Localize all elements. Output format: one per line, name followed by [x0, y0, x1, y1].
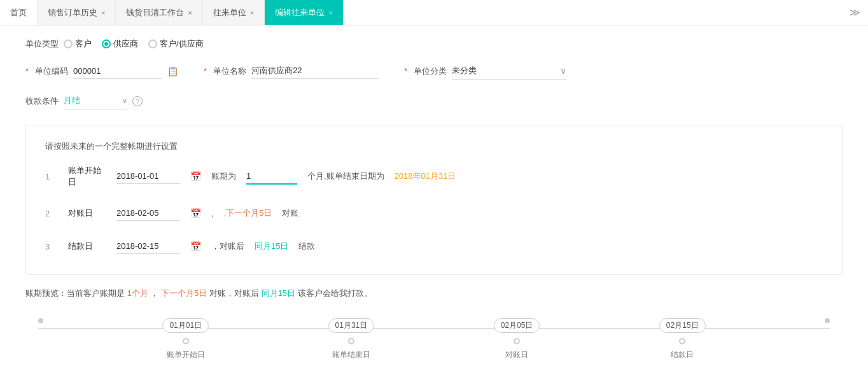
period-suffix-comma-2: , — [211, 209, 214, 218]
period-suffix-before-1: 账期为 — [211, 171, 236, 182]
period-end-date-highlight: 2018年01月31日 — [395, 171, 456, 182]
timeline: 01月01日 账单开始日 01月31日 账单结束日 02月05日 对账日 02月… — [25, 312, 843, 367]
period-highlight-2: ,下一个月5日 — [224, 208, 272, 219]
period-row-1: 1 账单开始日 📅 账期为 个月,账单结束日期为 2018年01月31日 — [45, 165, 823, 188]
code-name-category-row: * 单位编码 📋 * 单位名称 * 单位分类 未分类 ∨ — [25, 62, 843, 80]
tab-edit-partner-close[interactable]: × — [328, 9, 332, 17]
timeline-label-4: 结款日 — [671, 349, 694, 360]
preview-section: 账期预览：当前客户账期是 1个月 ， 下一个月5日 对账，对账后 同月15日 该… — [25, 288, 843, 299]
radio-customer[interactable]: 客户 — [64, 38, 92, 50]
timeline-nodes: 01月01日 账单开始日 01月31日 账单结束日 02月05日 对账日 02月… — [38, 318, 830, 360]
period-date-input-2[interactable] — [116, 206, 180, 221]
tab-edit-partner[interactable]: 编辑往来单位 × — [265, 0, 343, 25]
tab-partners-close[interactable]: × — [250, 9, 254, 17]
period-date-input-3[interactable] — [116, 239, 180, 254]
tab-expand-button[interactable]: ≫ — [842, 0, 868, 25]
name-group: * 单位名称 — [204, 64, 379, 79]
radio-both-label: 客户/供应商 — [160, 38, 204, 50]
radio-both-circle — [148, 39, 157, 48]
period-num-2: 2 — [45, 209, 58, 218]
radio-supplier[interactable]: 供应商 — [102, 38, 138, 50]
timeline-badge-4: 02月15日 — [659, 318, 706, 333]
category-chevron-icon: ∨ — [560, 66, 566, 76]
period-suffix-after-3a: ，对账后 — [211, 241, 244, 252]
period-date-input-1[interactable] — [116, 169, 180, 184]
expand-icon: ≫ — [850, 6, 860, 18]
period-suffix-2: 对账 — [282, 208, 298, 219]
timeline-node-4: 02月15日 结款日 — [659, 318, 706, 360]
payment-row: 收款条件 月结 ∨ ? — [25, 92, 843, 109]
tab-partners-label: 往来单位 — [213, 7, 246, 18]
tab-bar: 首页 销售订单历史 × 钱货日清工作台 × 往来单位 × 编辑往来单位 × ≫ — [0, 0, 868, 25]
preview-part2-sep: 对账，对账后 — [209, 288, 259, 298]
name-required-star: * — [204, 66, 207, 76]
tab-home[interactable]: 首页 — [0, 0, 38, 25]
unit-type-label: 单位类型 — [25, 38, 59, 50]
tab-sales-history[interactable]: 销售订单历史 × — [38, 0, 116, 25]
code-required-star: * — [25, 66, 29, 76]
tab-cash-work-label: 钱货日清工作台 — [126, 7, 184, 18]
period-card-title: 请按照未来的一个完整帐期进行设置 — [45, 141, 823, 152]
timeline-end-dot — [825, 318, 830, 323]
period-num-1: 1 — [45, 172, 58, 181]
timeline-dot-4 — [679, 338, 685, 344]
timeline-node-1: 01月01日 账单开始日 — [162, 318, 209, 360]
timeline-badge-3: 02月05日 — [494, 318, 540, 333]
tab-edit-partner-label: 编辑往来单位 — [275, 7, 325, 18]
preview-part3: 同月15日 — [262, 288, 295, 298]
category-value: 未分类 — [452, 65, 560, 76]
timeline-start-cap — [38, 318, 43, 360]
period-num-3: 3 — [45, 242, 58, 251]
timeline-badge-2: 01月31日 — [328, 318, 375, 333]
period-cal-icon-3[interactable]: 📅 — [190, 241, 201, 251]
category-group: * 单位分类 未分类 ∨ — [404, 62, 566, 80]
code-copy-icon[interactable]: 📋 — [167, 66, 178, 76]
payment-chevron-icon: ∨ — [122, 97, 127, 105]
timeline-label-3: 对账日 — [505, 349, 528, 360]
name-label: 单位名称 — [213, 66, 246, 77]
code-input[interactable] — [73, 64, 162, 79]
payment-label: 收款条件 — [25, 95, 59, 107]
period-card: 请按照未来的一个完整帐期进行设置 1 账单开始日 📅 账期为 个月,账单结束日期… — [25, 125, 843, 275]
code-label: 单位编码 — [35, 66, 68, 77]
period-suffix-3-end: 结款 — [298, 241, 315, 252]
period-cal-icon-2[interactable]: 📅 — [190, 208, 201, 218]
category-label: 单位分类 — [414, 66, 447, 77]
timeline-dot-1 — [183, 338, 189, 344]
period-highlight-3: 同月15日 — [255, 241, 288, 252]
name-input[interactable] — [251, 64, 379, 79]
category-select[interactable]: 未分类 ∨ — [452, 62, 566, 80]
tab-sales-history-label: 销售订单历史 — [48, 7, 97, 18]
period-cal-icon-1[interactable]: 📅 — [190, 171, 201, 181]
period-row-2: 2 对账日 📅 , ,下一个月5日 对账 — [45, 206, 823, 221]
radio-both[interactable]: 客户/供应商 — [148, 38, 204, 50]
radio-supplier-label: 供应商 — [113, 38, 138, 50]
period-months-input[interactable] — [246, 169, 297, 185]
payment-value: 月结 — [64, 95, 118, 106]
payment-group: 收款条件 月结 ∨ ? — [25, 92, 143, 109]
unit-type-radio-group: 客户 供应商 客户/供应商 — [64, 38, 204, 50]
timeline-dot-2 — [348, 338, 354, 344]
timeline-start-dot — [38, 318, 43, 323]
timeline-label-2: 账单结束日 — [332, 349, 370, 360]
tab-cash-work[interactable]: 钱货日清工作台 × — [116, 0, 202, 25]
tab-cash-work-close[interactable]: × — [188, 9, 192, 17]
tab-home-label: 首页 — [10, 7, 27, 18]
radio-customer-circle — [64, 39, 73, 48]
payment-help-icon[interactable]: ? — [132, 96, 143, 106]
unit-type-row: 单位类型 客户 供应商 客户/供应商 — [25, 38, 843, 50]
period-field-label-3: 结款日 — [68, 241, 106, 252]
timeline-node-2: 01月31日 账单结束日 — [328, 318, 375, 360]
radio-customer-label: 客户 — [75, 38, 92, 50]
period-row-3: 3 结款日 📅 ，对账后 同月15日 结款 — [45, 239, 823, 254]
preview-part1-sep: ， — [150, 288, 158, 298]
unit-type-group: 单位类型 客户 供应商 客户/供应商 — [25, 38, 204, 50]
payment-select[interactable]: 月结 ∨ — [64, 92, 127, 109]
tab-partners[interactable]: 往来单位 × — [203, 0, 265, 25]
timeline-end-cap — [825, 318, 830, 360]
preview-part3-sep: 该客户会给我打款。 — [298, 288, 372, 298]
preview-label: 账期预览：当前客户账期是 — [25, 288, 125, 298]
timeline-dot-3 — [514, 338, 520, 344]
tab-sales-history-close[interactable]: × — [101, 9, 105, 17]
period-suffix-after-1: 个月,账单结束日期为 — [307, 171, 384, 182]
